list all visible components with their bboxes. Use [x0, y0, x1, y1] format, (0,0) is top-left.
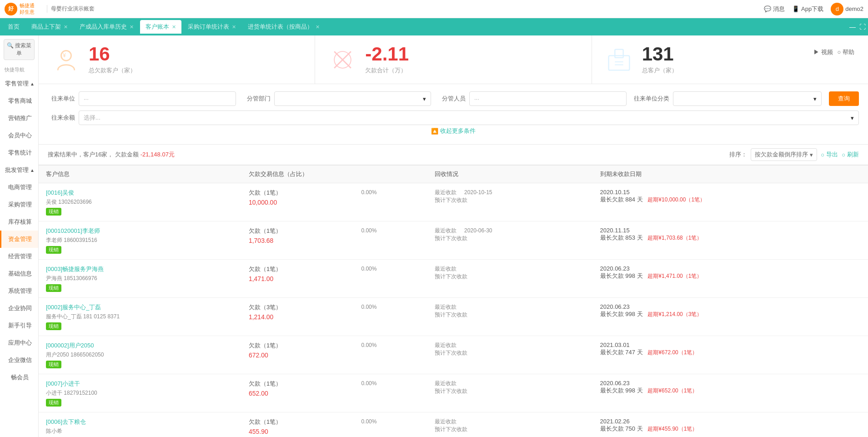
view-video-btn[interactable]: ▶ 视频 [813, 48, 833, 56]
person-input[interactable]: ··· [469, 91, 627, 106]
due-date-2: 2020.06.23 [600, 265, 861, 272]
refresh-button[interactable]: ○ 刷新 [842, 151, 859, 159]
overdue-amount-5[interactable]: 超期¥652.00（1笔） [647, 387, 697, 394]
overdue-info-5: 最长欠款 998 天 超期¥652.00（1笔） [600, 387, 861, 395]
sidebar-item-inventory[interactable]: 库存核算 [0, 213, 38, 231]
sidebar-item-guide[interactable]: 新手引导 [0, 317, 38, 334]
sidebar-item-operations[interactable]: 经营管理 [0, 248, 38, 265]
customer-tag-5: 现销 [46, 399, 61, 407]
customer-tag-0: 现销 [46, 208, 61, 216]
payment-label-6: 最近收款 [435, 418, 585, 426]
tab-stock-stats[interactable]: 进货单统计表（按商品） ✕ [242, 20, 325, 34]
sidebar-item-marketing[interactable]: 营销推广 [0, 110, 38, 127]
cell-debt-pct-1: 0.00% [350, 221, 427, 260]
overdue-info-6: 最长欠款 750 天 超期¥455.90（1笔） [600, 425, 861, 433]
customer-name-4[interactable]: [000002]用户2050 [46, 342, 234, 350]
help-icon: ○ [838, 49, 841, 55]
tab-purchase-stats-close[interactable]: ✕ [232, 24, 236, 30]
overdue-amount-3[interactable]: 超期¥1,214.00（3笔） [647, 311, 702, 317]
sidebar-item-vip[interactable]: 畅会员 [0, 369, 38, 386]
customer-tag-3: 现销 [46, 322, 61, 330]
tab-stock-history-close[interactable]: ✕ [130, 24, 134, 30]
user-avatar-btn[interactable]: d demo2 [831, 3, 863, 15]
tab-product-listing-close[interactable]: ✕ [64, 24, 68, 30]
customer-meta-2: 尹海燕 18513066976 [46, 275, 234, 282]
tab-stock-history[interactable]: 产成品入库单历史 ✕ [74, 20, 139, 34]
debt-amount-1[interactable]: 1,703.68 [249, 237, 343, 244]
sidebar-item-wholesale-mgmt[interactable]: 批发管理 ▲ [0, 161, 38, 179]
unit-category-select[interactable]: ▾ [673, 91, 822, 106]
sidebar-item-wechat[interactable]: 企业微信 [0, 352, 38, 369]
tab-stock-stats-close[interactable]: ✕ [316, 24, 320, 30]
next-payment-6: 预计下次收款 [435, 426, 585, 433]
collapse-button[interactable]: 🔼 收起更多条件 [48, 127, 859, 135]
logo-text: 畅捷通好生意 [20, 3, 35, 15]
tab-product-listing[interactable]: 商品上下架 ✕ [26, 20, 73, 34]
export-button[interactable]: ○ 导出 [821, 151, 838, 159]
export-icon: ○ [821, 151, 824, 158]
sidebar-item-retail-mall[interactable]: 零售商城 [0, 92, 38, 110]
overdue-amount-6[interactable]: 超期¥455.90（1笔） [647, 426, 697, 432]
sidebar-item-enterprise[interactable]: 企业协同 [0, 300, 38, 317]
customer-name-2[interactable]: [0003]畅捷服务尹海燕 [46, 265, 234, 273]
sidebar-item-apps[interactable]: 应用中心 [0, 334, 38, 352]
tab-fullscreen-icon[interactable]: ⛶ [859, 23, 866, 30]
sort-select[interactable]: 按欠款金额倒序排序 ▾ [751, 148, 817, 161]
customer-tag-2: 现销 [46, 284, 61, 292]
customer-name-6[interactable]: [0006]去下粮仓 [46, 418, 234, 426]
message-btn[interactable]: 💬 消息 [764, 5, 785, 13]
debt-pct-1: 0.00% [361, 227, 376, 234]
cell-debt-pct-2: 0.00% [350, 260, 427, 298]
cell-customer-6: [0006]去下粮仓 陈小希 现销 [39, 412, 241, 437]
balance-select[interactable]: 选择... ▾ [79, 111, 859, 125]
sort-label: 排序： [729, 151, 747, 159]
cell-customer-4: [000002]用户2050 用户2050 18665062050 现销 [39, 336, 241, 374]
search-button[interactable]: 查询 [829, 91, 859, 106]
table-row: [000002]用户2050 用户2050 18665062050 现销 欠款（… [39, 336, 868, 374]
overdue-amount-1[interactable]: 超期¥1,703.68（1笔） [647, 235, 702, 241]
customer-name-5[interactable]: [0007]小进干 [46, 380, 234, 388]
debt-customers-number: 16 [89, 45, 136, 64]
filter-person: 分管人员 ··· [438, 91, 627, 106]
tab-home[interactable]: 首页 [2, 20, 25, 34]
sidebar-ecommerce-label: 电商管理 [8, 184, 32, 191]
download-btn[interactable]: 📱 App下载 [792, 5, 823, 13]
sidebar-item-retail-stats[interactable]: 零售统计 [0, 144, 38, 161]
debt-amount-label: 欠款合计（万） [365, 66, 409, 75]
sidebar-item-purchase[interactable]: 采购管理 [0, 196, 38, 213]
sidebar-item-finance[interactable]: 资金管理 [0, 231, 38, 248]
download-icon: 📱 [792, 5, 799, 12]
tab-customer-account[interactable]: 客户账本 ✕ [140, 20, 181, 34]
debt-amount-2[interactable]: 1,471.00 [249, 275, 343, 282]
sidebar-item-ecommerce[interactable]: 电商管理 [0, 179, 38, 196]
debt-amount-3[interactable]: 1,214.00 [249, 313, 343, 321]
debt-amount-5[interactable]: 652.00 [249, 390, 343, 397]
customer-name-3[interactable]: [0002]服务中心_丁磊 [46, 303, 234, 311]
customer-meta-0: 吴俊 13026203696 [46, 198, 234, 206]
tab-customer-account-close[interactable]: ✕ [172, 24, 176, 30]
dept-select[interactable]: ▾ [274, 91, 431, 106]
sidebar-search-btn[interactable]: 🔍 搜索菜单 [4, 39, 35, 60]
sidebar-enterprise-label: 企业协同 [8, 305, 32, 311]
customer-tag-1: 现销 [46, 246, 61, 254]
sidebar-item-system[interactable]: 系统管理 [0, 282, 38, 300]
overdue-amount-0[interactable]: 超期¥10,000.00（1笔） [647, 196, 705, 203]
source-unit-input[interactable]: ··· [79, 91, 236, 106]
cell-debt-3: 欠款（3笔） 1,214.00 [241, 298, 350, 336]
debt-amount-4[interactable]: 672.00 [249, 352, 343, 359]
tab-minimize-icon[interactable]: — [849, 23, 856, 30]
sidebar-item-members[interactable]: 会员中心 [0, 127, 38, 144]
tab-purchase-stats[interactable]: 采购订单统计表 ✕ [182, 20, 241, 34]
total-customers-info: 131 总客户（家） [642, 45, 677, 75]
customer-name-0[interactable]: [0016]吴俊 [46, 189, 234, 197]
overdue-amount-2[interactable]: 超期¥1,471.00（1笔） [647, 273, 702, 279]
debt-amount-6[interactable]: 455.90 [249, 428, 343, 435]
sidebar-item-retail-mgmt[interactable]: 零售管理 ▲ [0, 75, 38, 92]
cell-payment-4: 最近收款 预计下次收款 [427, 336, 592, 374]
sidebar-item-basic-info[interactable]: 基础信息 [0, 265, 38, 282]
debt-amount-0[interactable]: 10,000.00 [249, 199, 343, 206]
help-btn[interactable]: ○ 帮助 [838, 48, 854, 56]
customer-name-1[interactable]: [0001020001]李老师 [46, 227, 234, 235]
overdue-amount-4[interactable]: 超期¥672.00（1笔） [647, 349, 697, 356]
stat-debt-amount: -2.11 欠款合计（万） [315, 35, 592, 84]
